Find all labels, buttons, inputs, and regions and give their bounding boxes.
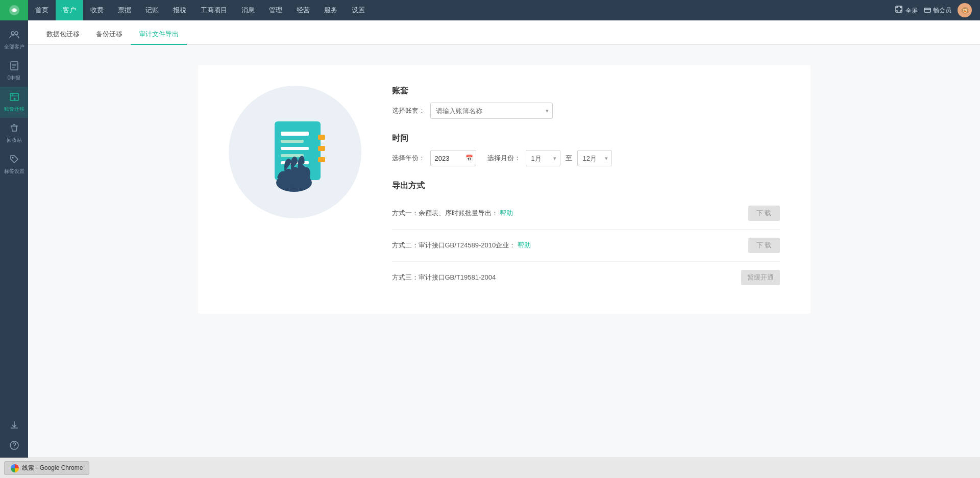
sidebar-item-migration[interactable]: 账套迁移 bbox=[0, 87, 28, 118]
nav-business[interactable]: 工商项目 bbox=[193, 0, 234, 20]
separator: 至 bbox=[566, 154, 572, 163]
illustration-circle bbox=[229, 86, 361, 218]
year-input-wrapper bbox=[430, 150, 476, 166]
month-start-select[interactable]: 1月2月3月4月 5月6月7月8月 9月10月11月12月 bbox=[526, 150, 560, 166]
fullscreen-btn[interactable]: 全屏 bbox=[895, 6, 918, 15]
svg-point-10 bbox=[14, 447, 15, 448]
svg-rect-2 bbox=[896, 6, 902, 12]
method-1-label: 方式一：余额表、序时账批量导出： 帮助 bbox=[392, 209, 513, 218]
account-section-title: 账套 bbox=[392, 86, 780, 96]
sidebar-item-tag-settings[interactable]: 标签设置 bbox=[0, 149, 28, 180]
recycle-label: 回收站 bbox=[7, 137, 22, 144]
sidebar-item-all-customers[interactable]: 全部客户 bbox=[0, 24, 28, 56]
nav-customer[interactable]: 客户 bbox=[56, 0, 83, 20]
taskbar-chrome-label: 线索 - Google Chrome bbox=[22, 464, 83, 472]
account-select-input[interactable] bbox=[430, 103, 553, 119]
year-label: 选择年份： bbox=[392, 154, 425, 163]
method-2-download-btn[interactable]: 下 载 bbox=[748, 238, 780, 253]
tag-settings-icon bbox=[9, 154, 19, 166]
form-panel: 账套 选择账套： 时间 选择年份： bbox=[198, 65, 811, 314]
svg-rect-19 bbox=[318, 157, 325, 162]
tab-data-migration[interactable]: 数据包迁移 bbox=[38, 24, 88, 45]
svg-rect-17 bbox=[318, 135, 325, 140]
nav-home[interactable]: 首页 bbox=[28, 0, 56, 20]
chrome-icon bbox=[11, 464, 19, 472]
export-section-title: 导出方式 bbox=[392, 181, 780, 191]
svg-rect-7 bbox=[10, 93, 18, 100]
zero-report-icon bbox=[9, 61, 19, 72]
content-area: 数据包迁移 备份迁移 审计文件导出 bbox=[28, 20, 980, 458]
user-avatar[interactable]: 🐵 bbox=[958, 3, 972, 17]
svg-rect-18 bbox=[318, 146, 325, 151]
nav-service[interactable]: 服务 bbox=[317, 0, 345, 20]
download-icon bbox=[9, 420, 19, 431]
time-section-title: 时间 bbox=[392, 133, 780, 144]
method-3-label: 方式三：审计接口GB/T19581-2004 bbox=[392, 273, 496, 282]
time-section: 时间 选择年份： 选择月份： 1月2月3月4月 5月6月7月8月 bbox=[392, 133, 780, 166]
sidebar-download[interactable] bbox=[0, 415, 28, 435]
svg-rect-14 bbox=[281, 147, 309, 150]
help-icon bbox=[9, 440, 19, 451]
illustration-area bbox=[229, 86, 361, 218]
svg-rect-3 bbox=[924, 8, 930, 12]
nav-settings[interactable]: 设置 bbox=[345, 0, 372, 20]
svg-rect-12 bbox=[281, 132, 309, 136]
time-form-row: 选择年份： 选择月份： 1月2月3月4月 5月6月7月8月 9月10月11月12… bbox=[392, 150, 780, 166]
tab-backup-migration[interactable]: 备份迁移 bbox=[88, 24, 131, 45]
top-nav: 首页 客户 收费 票据 记账 报税 工商项目 消息 管理 经营 服务 设置 全屏… bbox=[0, 0, 980, 20]
nav-tax[interactable]: 报税 bbox=[166, 0, 193, 20]
nav-message[interactable]: 消息 bbox=[234, 0, 262, 20]
month-end-wrapper[interactable]: 1月2月3月4月 5月6月7月8月 9月10月11月12月 bbox=[577, 150, 612, 166]
app-logo bbox=[0, 0, 28, 20]
svg-point-5 bbox=[15, 32, 18, 35]
zero-report-label: 0申报 bbox=[8, 74, 21, 82]
left-sidebar: 全部客户 0申报 账套迁移 bbox=[0, 20, 28, 458]
month-label: 选择月份： bbox=[487, 154, 521, 163]
sidebar-help[interactable] bbox=[0, 435, 28, 458]
year-input[interactable] bbox=[430, 150, 476, 166]
nav-items: 首页 客户 收费 票据 记账 报税 工商项目 消息 管理 经营 服务 设置 bbox=[28, 0, 895, 20]
sidebar-item-zero-report[interactable]: 0申报 bbox=[0, 56, 28, 87]
migration-icon bbox=[9, 92, 19, 104]
nav-ticket[interactable]: 票据 bbox=[111, 0, 138, 20]
main-layout: 全部客户 0申报 账套迁移 bbox=[0, 20, 980, 458]
method-1-download-btn[interactable]: 下 载 bbox=[748, 206, 780, 221]
export-method-3: 方式三：审计接口GB/T19581-2004 暂缓开通 bbox=[392, 262, 780, 293]
account-label: 选择账套： bbox=[392, 106, 425, 115]
nav-bookkeeping[interactable]: 记账 bbox=[138, 0, 166, 20]
account-form-row: 选择账套： bbox=[392, 103, 780, 119]
vip-btn[interactable]: 畅会员 bbox=[924, 6, 951, 15]
tag-settings-label: 标签设置 bbox=[4, 168, 24, 175]
method-1-help[interactable]: 帮助 bbox=[500, 209, 513, 217]
method-2-label: 方式二：审计接口GB/T24589-2010企业： 帮助 bbox=[392, 241, 531, 250]
export-method-2: 方式二：审计接口GB/T24589-2010企业： 帮助 下 载 bbox=[392, 230, 780, 262]
svg-point-4 bbox=[11, 32, 14, 35]
right-form: 账套 选择账套： 时间 选择年份： bbox=[392, 86, 780, 293]
taskbar: 线索 - Google Chrome bbox=[0, 458, 980, 478]
svg-point-1 bbox=[13, 9, 16, 12]
sidebar-item-recycle[interactable]: 回收站 bbox=[0, 118, 28, 149]
export-section: 导出方式 方式一：余额表、序时账批量导出： 帮助 下 载 方式二：审计接口GB/… bbox=[392, 181, 780, 293]
account-section: 账套 选择账套： bbox=[392, 86, 780, 119]
migration-label: 账套迁移 bbox=[4, 106, 24, 113]
all-customers-icon bbox=[9, 30, 19, 41]
method-2-help[interactable]: 帮助 bbox=[518, 241, 531, 249]
nav-right: 全屏 畅会员 🐵 bbox=[895, 3, 980, 17]
nav-manage[interactable]: 管理 bbox=[262, 0, 289, 20]
svg-point-8 bbox=[12, 157, 13, 159]
taskbar-chrome-item[interactable]: 线索 - Google Chrome bbox=[4, 461, 89, 475]
page-content: 账套 选择账套： 时间 选择年份： bbox=[28, 45, 980, 458]
nav-operation[interactable]: 经营 bbox=[289, 0, 317, 20]
nav-fee[interactable]: 收费 bbox=[83, 0, 111, 20]
all-customers-label: 全部客户 bbox=[4, 43, 24, 51]
export-method-1: 方式一：余额表、序时账批量导出： 帮助 下 载 bbox=[392, 197, 780, 230]
tab-audit-export[interactable]: 审计文件导出 bbox=[131, 24, 187, 45]
svg-rect-13 bbox=[281, 140, 304, 143]
month-start-wrapper[interactable]: 1月2月3月4月 5月6月7月8月 9月10月11月12月 bbox=[526, 150, 560, 166]
tab-bar: 数据包迁移 备份迁移 审计文件导出 bbox=[28, 20, 980, 45]
account-select-wrapper[interactable] bbox=[430, 103, 553, 119]
month-end-select[interactable]: 1月2月3月4月 5月6月7月8月 9月10月11月12月 bbox=[577, 150, 612, 166]
method-3-coming-soon-btn[interactable]: 暂缓开通 bbox=[741, 270, 780, 285]
recycle-icon bbox=[9, 123, 19, 135]
